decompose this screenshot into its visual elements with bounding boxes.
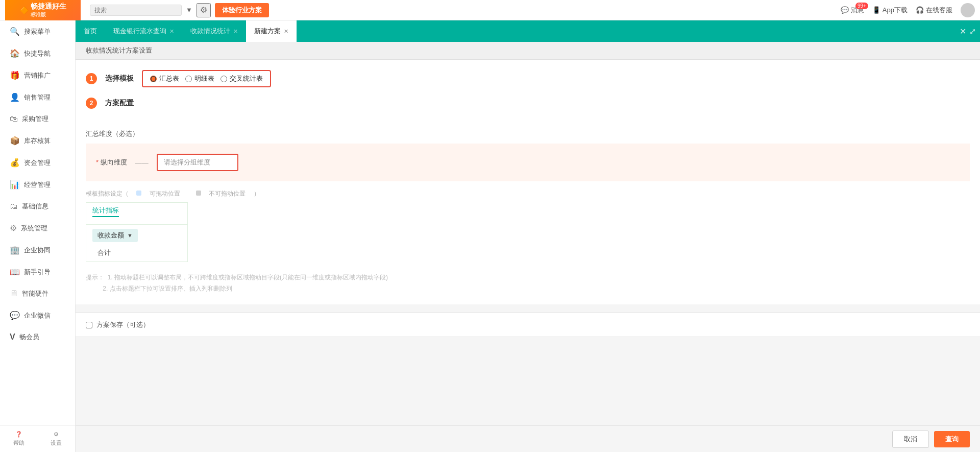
dimension-arrow: ——	[135, 159, 149, 166]
collection-amount-tag[interactable]: 收款金额 ▼	[92, 229, 138, 242]
tab-new-plan[interactable]: 新建方案 ✕	[246, 20, 297, 42]
radio-summary[interactable]: 汇总表	[150, 74, 179, 83]
tab-home-label: 首页	[84, 27, 97, 36]
sidebar-item-collab[interactable]: 🏢 企业协同	[0, 239, 75, 261]
sidebar-settings-btn[interactable]: ⚙ 设置	[51, 431, 62, 447]
chart-icon: 📊	[10, 180, 20, 189]
tab-bank-flow-close[interactable]: ✕	[169, 28, 174, 35]
monitor-icon: 🖥	[10, 289, 18, 298]
sidebar-item-marketing[interactable]: 🎁 营销推广	[0, 64, 75, 86]
sidebar-item-member[interactable]: V 畅会员	[0, 326, 75, 348]
sidebar-item-system[interactable]: ⚙ 系统管理	[0, 217, 75, 239]
radio-summary-input[interactable]	[150, 76, 157, 82]
dropdown-icon[interactable]: ▼	[186, 6, 192, 14]
brand-logo: 🔶 畅捷通好生 标准版	[5, 0, 81, 20]
stat-indicator-box: 统计指标 收款金额 ▼ 合计	[86, 202, 188, 262]
tab-new-plan-close[interactable]: ✕	[284, 28, 288, 35]
sidebar-item-label: 智能硬件	[22, 289, 48, 298]
gift-icon: 🎁	[10, 70, 20, 80]
service-label: 在线客服	[926, 6, 952, 15]
tab-close-all-btn[interactable]: ✕	[960, 27, 966, 36]
gear-button[interactable]: ⚙	[197, 3, 211, 17]
step2-label: 方案配置	[105, 99, 134, 108]
search-menu-icon: 🔍	[10, 27, 20, 36]
download-btn[interactable]: 📱 App下载	[872, 6, 908, 15]
service-icon: 🎧	[916, 6, 924, 14]
tab-bank-flow[interactable]: 现金银行流水查询 ✕	[105, 20, 182, 42]
main-layout: 🔍 搜索菜单 🏠 快捷导航 🎁 营销推广 👤 销售管理 🛍 采购管理 📦 库存核…	[0, 20, 980, 452]
radio-detail-label: 明细表	[194, 74, 214, 83]
chat-icon: 💬	[10, 311, 20, 320]
search-input[interactable]	[90, 5, 182, 16]
tab-collection-stat-close[interactable]: ✕	[233, 28, 238, 35]
sidebar-item-label: 库存核算	[24, 136, 51, 146]
bag-icon: 🛍	[10, 114, 18, 124]
step2-row: 2 方案配置	[86, 98, 970, 109]
radio-cross[interactable]: 交叉统计表	[220, 74, 263, 83]
help-label: 帮助	[13, 439, 24, 447]
tab-expand-btn[interactable]: ⤢	[969, 27, 976, 36]
sidebar-item-sales[interactable]: 👤 销售管理	[0, 86, 75, 108]
brand-name: 畅捷通好生	[31, 2, 66, 11]
sidebar-item-basic-info[interactable]: 🗂 基础信息	[0, 196, 75, 217]
sidebar-item-label: 基础信息	[22, 202, 48, 211]
tab-collection-stat-label: 收款情况统计	[190, 27, 230, 36]
save-section: 方案保存（可选）	[76, 313, 980, 337]
main-content: 收款情况统计方案设置 1 选择模板 汇总表 明细表	[76, 42, 980, 425]
sidebar-help-btn[interactable]: ❓ 帮助	[13, 431, 24, 447]
home-icon: 🏠	[10, 49, 20, 58]
tab-bar: 首页 现金银行流水查询 ✕ 收款情况统计 ✕ 新建方案 ✕ ✕ ⤢	[76, 20, 980, 42]
sidebar-item-wechat[interactable]: 💬 企业微信	[0, 304, 75, 326]
sidebar-item-smart-hw[interactable]: 🖥 智能硬件	[0, 283, 75, 304]
required-star: *	[96, 158, 99, 166]
settings-label: 设置	[51, 439, 62, 447]
user-avatar[interactable]	[961, 3, 975, 17]
sidebar-item-label: 销售管理	[24, 93, 51, 102]
save-checkbox[interactable]	[86, 322, 92, 328]
sidebar-item-guide[interactable]: 📖 新手引导	[0, 261, 75, 283]
settings-icon: ⚙	[54, 431, 59, 438]
dimension-required-label: * 纵向维度	[96, 158, 127, 167]
header-right: 💬 消息 99+ 📱 App下载 🎧 在线客服	[841, 3, 975, 17]
sidebar-item-quick-nav[interactable]: 🏠 快捷导航	[0, 42, 75, 64]
download-icon: 📱	[872, 6, 880, 14]
dimension-select-btn[interactable]: 请选择分组维度	[157, 154, 238, 171]
save-checkbox-label[interactable]: 方案保存（可选）	[96, 320, 150, 329]
tab-collection-stat[interactable]: 收款情况统计 ✕	[182, 20, 246, 42]
tab-bar-right: ✕ ⤢	[960, 27, 980, 36]
sidebar: 🔍 搜索菜单 🏠 快捷导航 🎁 营销推广 👤 销售管理 🛍 采购管理 📦 库存核…	[0, 20, 76, 452]
sidebar-item-label: 资金管理	[24, 158, 51, 168]
sidebar-item-label: 快捷导航	[24, 49, 51, 58]
immovable-label: 不可拖动位置	[209, 190, 246, 197]
tab-new-plan-label: 新建方案	[254, 27, 281, 36]
template-select-box: 汇总表 明细表 交叉统计表	[142, 70, 271, 87]
notification-btn[interactable]: 💬 消息 99+	[841, 6, 864, 15]
download-label: App下载	[883, 6, 908, 15]
form-section: 1 选择模板 汇总表 明细表 交叉统计表	[76, 60, 980, 129]
dimension-select-placeholder: 请选择分组维度	[164, 158, 210, 166]
sidebar-item-search-menu[interactable]: 🔍 搜索菜单	[0, 20, 75, 42]
tab-home[interactable]: 首页	[76, 20, 105, 42]
sidebar-item-operations[interactable]: 📊 经营管理	[0, 174, 75, 196]
brand-sub: 标准版	[31, 11, 66, 18]
trial-button[interactable]: 体验行业方案	[215, 3, 269, 17]
radio-detail-input[interactable]	[185, 76, 192, 82]
cancel-button[interactable]: 取消	[892, 431, 929, 448]
stat-indicator-label: 统计指标	[92, 206, 119, 217]
service-btn[interactable]: 🎧 在线客服	[916, 6, 952, 15]
immovable-dot	[196, 191, 201, 196]
sidebar-item-label: 采购管理	[22, 114, 48, 124]
tag-dropdown-icon: ▼	[127, 232, 133, 239]
brand-icon: 🔶	[20, 6, 29, 14]
tips-section: 提示： 1. 拖动标题栏可以调整布局，不可跨维度或指标区域拖动目字段(只能在同一…	[86, 272, 970, 294]
query-button[interactable]: 查询	[934, 431, 970, 447]
tip-2: 2. 点击标题栏下拉可设置排序、插入列和删除列	[86, 283, 970, 295]
sidebar-item-inventory[interactable]: 📦 库存核算	[0, 130, 75, 152]
sidebar-item-purchase[interactable]: 🛍 采购管理	[0, 108, 75, 130]
content-area: 首页 现金银行流水查询 ✕ 收款情况统计 ✕ 新建方案 ✕ ✕ ⤢	[76, 20, 980, 452]
radio-detail[interactable]: 明细表	[185, 74, 214, 83]
sidebar-item-finance[interactable]: 💰 资金管理	[0, 152, 75, 174]
radio-cross-input[interactable]	[220, 76, 227, 82]
collection-amount-label: 收款金额	[97, 231, 124, 240]
step2-badge: 2	[86, 98, 97, 109]
